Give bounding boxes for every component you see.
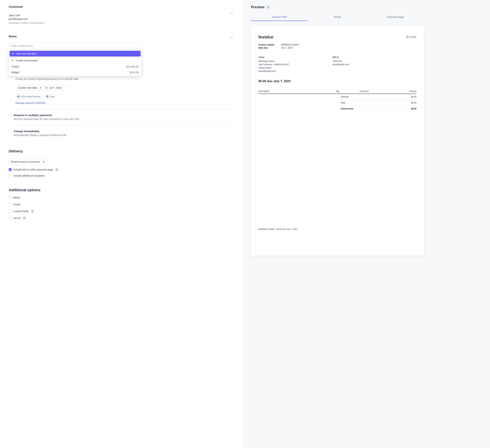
from-name: Acme bbox=[258, 56, 333, 59]
delivery-title: Delivery bbox=[9, 149, 234, 153]
remove-icon[interactable]: ✕ bbox=[17, 95, 19, 98]
product-price: $100.00 bbox=[130, 71, 139, 74]
invoice-footer: 8503B6CE-DRAFT · $0.00 due July 7, 2023 bbox=[258, 221, 416, 230]
product-name: Tractor bbox=[11, 65, 19, 68]
product-name: Widget bbox=[11, 71, 19, 74]
option-multiple-payments[interactable]: Request in multiple payments Set up a pa… bbox=[9, 114, 234, 120]
due-date-type-select[interactable]: Custom due date bbox=[16, 85, 43, 91]
customer-menu-button[interactable] bbox=[229, 12, 234, 14]
amount-due-headline: $0.00 due July 7, 2023 bbox=[258, 79, 416, 83]
delivery-section: Delivery Email invoice to customer Inclu… bbox=[9, 149, 234, 177]
invoice-totals: Subtotal $0.00 Total $0.00 Amount due $0… bbox=[341, 94, 416, 112]
radio-icon[interactable] bbox=[9, 114, 12, 117]
footer-label: Footer bbox=[13, 203, 21, 206]
custom-fields-checkbox[interactable] bbox=[9, 210, 12, 213]
include-recipients-checkbox[interactable] bbox=[9, 174, 12, 177]
to-name: Jane Doe bbox=[333, 59, 407, 63]
items-title: Items bbox=[9, 35, 17, 38]
customer-language: Language: English (United States) bbox=[9, 21, 44, 24]
amount-due-value: $0.00 bbox=[411, 107, 416, 110]
chip-label: Card bbox=[50, 95, 55, 98]
invoice-brand: Acme bbox=[406, 34, 416, 39]
info-icon[interactable]: i bbox=[23, 217, 26, 220]
preview-tabs: Invoice PDF Email Payment page bbox=[251, 13, 424, 21]
plus-icon bbox=[11, 59, 14, 62]
items-section: Items Add one-time item Create new produ… bbox=[9, 35, 234, 136]
option-charge-immediately[interactable]: Charge immediately Automatically charge … bbox=[9, 130, 234, 136]
memo-label: Memo bbox=[13, 196, 20, 199]
add-one-time-label: Add one-time item bbox=[16, 52, 37, 55]
from-address: Acme 949 Page Street San Francisco, Cali… bbox=[258, 56, 333, 73]
additional-title: Additional options bbox=[9, 188, 234, 192]
payment-method-chip-card[interactable]: ✕ Card bbox=[44, 94, 57, 99]
from-line2: San Francisco, California 94117 bbox=[258, 63, 333, 66]
payment-method-chip-ach[interactable]: ✕ ACH credit transfer bbox=[16, 94, 43, 99]
subtotal-value: $0.00 bbox=[411, 95, 416, 98]
tax-id-label: Tax ID bbox=[13, 217, 21, 220]
include-link-label: Include link to online payment page bbox=[13, 168, 53, 171]
tab-payment-page[interactable]: Payment page bbox=[366, 13, 424, 21]
date-due-value: July 7, 2023 bbox=[281, 47, 293, 49]
product-row[interactable]: Tractor $10,000.00 bbox=[9, 64, 141, 69]
divider bbox=[16, 126, 234, 126]
plus-icon bbox=[12, 52, 14, 55]
chip-label: ACH credit transfer bbox=[21, 95, 41, 98]
option-desc: Automatically charge a payment method on… bbox=[14, 134, 66, 136]
to-email: jane@stripe.com bbox=[333, 63, 407, 66]
include-link-checkbox[interactable] bbox=[9, 168, 12, 171]
tax-id-checkbox[interactable] bbox=[9, 217, 12, 220]
col-amount: Amount bbox=[394, 89, 416, 94]
invoice-number-value: 8503B6CE-DRAFT bbox=[281, 43, 299, 46]
option-title: Charge immediately bbox=[14, 130, 66, 133]
invoice-line-items-table: Description Qty Unit price Amount bbox=[258, 89, 416, 94]
include-recipients-label: Include additional recipients bbox=[13, 174, 45, 177]
from-country: United States bbox=[258, 66, 333, 70]
info-icon[interactable]: i bbox=[267, 6, 269, 8]
items-menu-button[interactable] bbox=[229, 36, 234, 38]
customer-email: jane@stripe.com bbox=[9, 17, 44, 20]
memo-checkbox[interactable] bbox=[9, 196, 12, 199]
item-search-input[interactable] bbox=[9, 43, 141, 49]
tab-email[interactable]: Email bbox=[308, 13, 366, 21]
from-line1: 949 Page Street bbox=[258, 59, 333, 63]
tab-invoice-pdf[interactable]: Invoice PDF bbox=[251, 13, 308, 21]
delivery-method-select[interactable]: Email invoice to customer bbox=[9, 159, 46, 165]
invoice-preview: Invoice Acme Invoice number 8503B6CE-DRA… bbox=[251, 26, 424, 255]
col-description: Description bbox=[258, 89, 336, 94]
remove-icon[interactable]: ✕ bbox=[46, 95, 48, 98]
delivery-method-label: Email invoice to customer bbox=[11, 160, 40, 163]
subtotal-label: Subtotal bbox=[341, 95, 349, 98]
bill-to-label: Bill to bbox=[333, 56, 407, 59]
total-value: $0.00 bbox=[411, 101, 416, 104]
create-product-label: Create new product bbox=[16, 59, 38, 62]
customer-section: Customer Jane Doe jane@stripe.com Langua… bbox=[9, 5, 234, 24]
customer-title: Customer bbox=[9, 5, 234, 9]
option-title: Request in multiple payments bbox=[14, 114, 79, 117]
item-dropdown: Add one-time item Create new product Tra… bbox=[9, 50, 141, 76]
amount-due-label: Amount due bbox=[341, 107, 353, 110]
product-price: $10,000.00 bbox=[126, 65, 139, 68]
due-date-picker[interactable]: Jul 7, 2023 bbox=[43, 85, 64, 91]
additional-options-section: Additional options Memo Footer Custom fi… bbox=[9, 188, 234, 220]
total-label: Total bbox=[341, 101, 345, 104]
add-one-time-item[interactable]: Add one-time item bbox=[9, 51, 141, 57]
product-row[interactable]: Widget $100.00 bbox=[9, 69, 141, 76]
col-unit-price: Unit price bbox=[359, 89, 394, 94]
preview-title: Preview bbox=[251, 5, 265, 9]
from-email: acme@stripe.com bbox=[258, 69, 333, 73]
chevron-updown-icon bbox=[40, 87, 41, 89]
due-date-value: Jul 7, 2023 bbox=[49, 86, 62, 89]
manage-payment-methods-link[interactable]: Manage payment methods bbox=[16, 101, 234, 104]
radio-icon[interactable] bbox=[9, 130, 12, 133]
request-payment-desc: Create an invoice requesting payment on … bbox=[16, 77, 234, 80]
chevron-updown-icon bbox=[43, 161, 44, 163]
col-qty: Qty bbox=[336, 89, 359, 94]
info-icon[interactable]: i bbox=[55, 168, 58, 171]
bill-to-address: Bill to Jane Doe jane@stripe.com bbox=[333, 56, 407, 73]
option-desc: Set up a payment plan for your customers… bbox=[14, 118, 79, 120]
customer-name: Jane Doe bbox=[9, 14, 44, 17]
create-new-product[interactable]: Create new product bbox=[9, 57, 141, 64]
info-icon[interactable]: i bbox=[31, 210, 34, 212]
invoice-heading: Invoice bbox=[258, 34, 273, 40]
footer-checkbox[interactable] bbox=[9, 203, 12, 206]
